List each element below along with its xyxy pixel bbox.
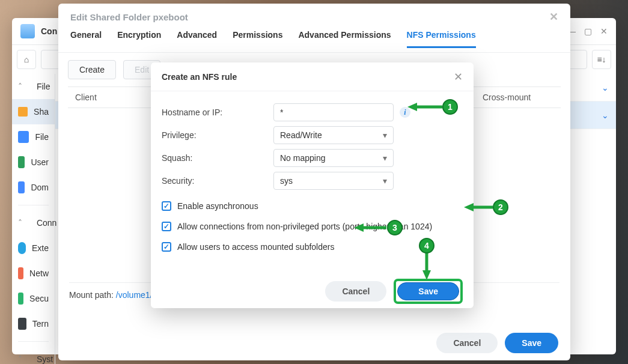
close-icon[interactable]: ✕ [454, 70, 463, 83]
check-subfolders-label: Allow users to access mounted subfolders [177, 242, 334, 252]
cancel-button[interactable]: Cancel [325, 281, 386, 302]
squash-label: Squash: [162, 153, 273, 163]
sidebar-item-label: File [35, 132, 49, 142]
sort-icon: ≡↓ [597, 55, 606, 64]
sidebar-section-label: File [37, 82, 50, 91]
sidebar-item-label: User [31, 157, 49, 167]
chevron-down-icon: ▾ [383, 176, 387, 186]
home-icon: ⌂ [24, 55, 29, 64]
tab-advanced[interactable]: Advanced [177, 30, 217, 46]
modal-tabs: General Encryption Advanced Permissions … [58, 30, 570, 53]
hostname-input[interactable]: * [273, 103, 394, 121]
tab-general[interactable]: General [70, 30, 102, 46]
sidebar-item-shared[interactable]: Sha [12, 99, 55, 124]
squash-select[interactable]: No mapping▾ [273, 149, 394, 167]
shield-icon [18, 293, 23, 305]
security-select[interactable]: sys▾ [273, 172, 394, 190]
check-async-label: Enable asynchronous [177, 201, 258, 211]
sidebar-item-label: Dom [31, 183, 49, 192]
terminal-icon [18, 318, 26, 330]
checkbox-icon: ✓ [162, 242, 171, 252]
left-sidebar: ˄ File Sha File User Dom ˄ Conn Exte Net… [12, 74, 55, 364]
tab-advanced-permissions[interactable]: Advanced Permissions [298, 30, 391, 46]
chevron-down-icon: ▾ [383, 153, 387, 163]
close-icon[interactable]: ✕ [549, 10, 558, 23]
sidebar-section-system[interactable]: ˄ Syst [12, 347, 55, 364]
sidebar-item-label: Exte [32, 243, 49, 253]
sort-button[interactable]: ≡↓ [592, 50, 611, 69]
sidebar-item-external[interactable]: Exte [12, 235, 55, 261]
sidebar-item-network[interactable]: Netw [12, 261, 55, 286]
network-icon [18, 267, 23, 279]
app-icon [20, 24, 35, 38]
check-nonpriv-label: Allow connections from non-privileged po… [177, 222, 432, 231]
col-cross-mount: Cross-mount [483, 93, 561, 102]
sidebar-item-label: Tern [32, 319, 49, 329]
sidebar-section-label: Syst [37, 354, 53, 364]
domain-icon [18, 181, 25, 193]
save-button[interactable]: Save [505, 333, 558, 353]
privilege-value: Read/Write [280, 130, 322, 140]
chevron-down-icon: ⌄ [602, 83, 609, 93]
hostname-label: Hostname or IP: [162, 108, 273, 117]
bgwin-title: Con [41, 26, 57, 36]
tab-permissions[interactable]: Permissions [233, 30, 282, 46]
sidebar-item-label: Netw [29, 268, 49, 278]
close-icon[interactable]: ✕ [600, 26, 608, 36]
sidebar-item-file[interactable]: File [12, 124, 55, 150]
folder-icon [18, 107, 28, 117]
check-subfolders[interactable]: ✓ Allow users to access mounted subfolde… [162, 237, 463, 257]
sidebar-section-file[interactable]: ˄ File [12, 74, 55, 99]
sidebar-item-label: Secu [29, 294, 49, 303]
save-button[interactable]: Save [397, 282, 459, 300]
user-icon [18, 156, 25, 168]
sidebar-section-label: Conn [37, 218, 56, 228]
file-icon [18, 131, 29, 143]
sidebar-item-terminal[interactable]: Tern [12, 311, 55, 336]
home-button[interactable]: ⌂ [17, 50, 36, 69]
check-async[interactable]: ✓ Enable asynchronous [162, 196, 463, 216]
checkbox-icon: ✓ [162, 201, 171, 211]
security-label: Security: [162, 176, 273, 186]
sidebar-item-user[interactable]: User [12, 150, 55, 175]
sidebar-section-connect[interactable]: ˄ Conn [12, 210, 55, 235]
link-icon [18, 242, 26, 254]
check-nonpriv[interactable]: ✓ Allow connections from non-privileged … [162, 216, 463, 237]
tab-nfs-permissions[interactable]: NFS Permissions [407, 30, 476, 48]
create-button[interactable]: Create [68, 60, 116, 79]
sidebar-item-security[interactable]: Secu [12, 286, 55, 311]
info-icon[interactable]: i [400, 107, 410, 118]
create-nfs-rule-modal: Create an NFS rule ✕ Hostname or IP: * i… [151, 62, 474, 308]
sidebar-item-domain[interactable]: Dom [12, 175, 55, 200]
modal-title: Edit Shared Folder pxeboot [70, 12, 188, 22]
security-value: sys [280, 176, 293, 186]
maximize-icon[interactable]: ▢ [584, 26, 592, 36]
cancel-button[interactable]: Cancel [436, 333, 498, 353]
hostname-value: * [280, 108, 283, 117]
modal2-title: Create an NFS rule [162, 72, 237, 82]
chevron-down-icon: ⌄ [602, 111, 609, 120]
chevron-down-icon: ▾ [383, 130, 387, 140]
sidebar-item-label: Sha [34, 107, 49, 117]
privilege-label: Privilege: [162, 130, 273, 140]
mount-path-label: Mount path: [69, 290, 116, 300]
checkbox-icon: ✓ [162, 222, 171, 231]
save-button-highlight: Save [394, 279, 463, 304]
privilege-select[interactable]: Read/Write▾ [273, 126, 394, 144]
squash-value: No mapping [280, 153, 326, 163]
tab-encryption[interactable]: Encryption [117, 30, 161, 46]
